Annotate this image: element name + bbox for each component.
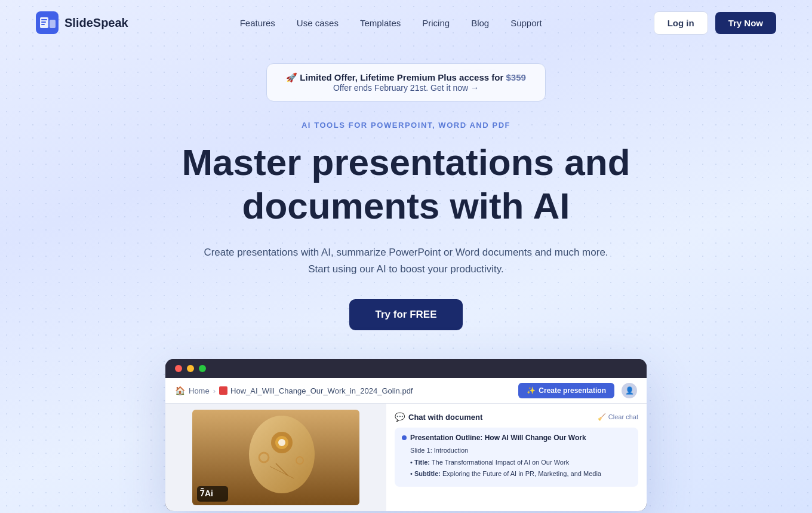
slide-graphic: 7̄Ai: [192, 410, 359, 505]
app-screenshot: 🏠 Home › How_AI_Will_Change_Our_Work_in_…: [165, 359, 647, 511]
chat-panel: 💬 Chat with document 🧹 Clear chat Presen…: [386, 404, 647, 511]
sub-headline: AI TOOLS FOR POWERPOINT, WORD AND PDF: [302, 121, 510, 130]
topbar-actions: ✨ Create presentation 👤: [518, 383, 637, 398]
nav-use-cases[interactable]: Use cases: [297, 18, 339, 28]
breadcrumb-separator: ›: [213, 386, 216, 395]
svg-rect-2: [50, 20, 56, 28]
logo[interactable]: SlideSpeak: [36, 11, 128, 34]
window-dot-close: [175, 365, 182, 372]
nav-links: Features Use cases Templates Pricing Blo…: [240, 18, 542, 28]
sparkle-icon: ✨: [527, 386, 536, 395]
nav-features[interactable]: Features: [240, 18, 275, 28]
svg-rect-3: [41, 19, 47, 20]
logo-text: SlideSpeak: [64, 16, 128, 30]
offer-emoji: 🚀: [286, 72, 300, 82]
window-topbar: 🏠 Home › How_AI_Will_Change_Our_Work_in_…: [165, 378, 647, 404]
chat-subtitle-item: • Subtitle: Exploring the Future of AI i…: [410, 469, 631, 479]
user-avatar: 👤: [622, 383, 637, 398]
chat-slide1-label: Slide 1: Introduction: [410, 446, 631, 456]
breadcrumb: 🏠 Home › How_AI_Will_Change_Our_Work_in_…: [175, 386, 413, 395]
window-content: 7̄Ai 💬 Chat with document 🧹 Clear chat: [165, 404, 647, 511]
slide-preview: 7̄Ai: [192, 410, 359, 505]
chat-msg-title: Presentation Outline: How AI Will Change…: [402, 434, 631, 442]
broom-icon: 🧹: [598, 413, 606, 421]
svg-rect-4: [41, 21, 46, 23]
breadcrumb-file: How_AI_Will_Change_Our_Work_in_2024_Goli…: [219, 386, 413, 395]
headline-line2: documents with AI: [242, 185, 570, 226]
window-body: 🏠 Home › How_AI_Will_Change_Our_Work_in_…: [165, 378, 647, 511]
svg-rect-5: [41, 24, 45, 25]
offer-banner[interactable]: 🚀 Limited Offer, Lifetime Premium Plus a…: [266, 63, 546, 102]
blue-dot: [402, 435, 407, 440]
nav-blog[interactable]: Blog: [471, 18, 489, 28]
create-presentation-button[interactable]: ✨ Create presentation: [518, 383, 614, 398]
offer-line2: Offer ends February 21st. Get it now →: [333, 83, 479, 93]
try-now-button[interactable]: Try Now: [715, 12, 776, 34]
nav-actions: Log in Try Now: [654, 11, 776, 35]
pdf-icon: [219, 386, 227, 395]
clear-chat-button[interactable]: 🧹 Clear chat: [598, 413, 638, 421]
chat-title-item: • Title: The Transformational Impact of …: [410, 457, 631, 468]
nav-pricing[interactable]: Pricing: [422, 18, 450, 28]
offer-line1: 🚀 Limited Offer, Lifetime Premium Plus a…: [286, 72, 526, 83]
chat-title: 💬 Chat with document: [395, 412, 482, 422]
svg-point-10: [278, 439, 285, 446]
nav-templates[interactable]: Templates: [360, 18, 401, 28]
chat-header: 💬 Chat with document 🧹 Clear chat: [395, 412, 638, 422]
svg-point-7: [249, 416, 315, 493]
window-chrome: [165, 359, 647, 378]
svg-text:7̄Ai: 7̄Ai: [199, 488, 213, 498]
navbar: SlideSpeak Features Use cases Templates …: [0, 0, 812, 45]
window-dot-minimize: [187, 365, 194, 372]
main-headline: Master presentations and documents with …: [182, 140, 630, 228]
slide-preview-area: 7̄Ai: [165, 404, 386, 511]
hero-description: Create presentations with AI, summarize …: [203, 244, 609, 278]
nav-support[interactable]: Support: [510, 18, 542, 28]
chat-icon: 💬: [395, 412, 405, 422]
window-dot-maximize: [199, 365, 206, 372]
breadcrumb-home-icon: 🏠: [175, 386, 185, 395]
headline-line1: Master presentations and: [182, 142, 630, 183]
chat-message: Presentation Outline: How AI Will Change…: [395, 428, 638, 487]
cta-button[interactable]: Try for FREE: [349, 299, 463, 330]
main-content: 🚀 Limited Offer, Lifetime Premium Plus a…: [0, 45, 812, 511]
login-button[interactable]: Log in: [654, 11, 708, 35]
logo-icon: [36, 11, 59, 34]
breadcrumb-home-label: Home: [189, 386, 210, 395]
